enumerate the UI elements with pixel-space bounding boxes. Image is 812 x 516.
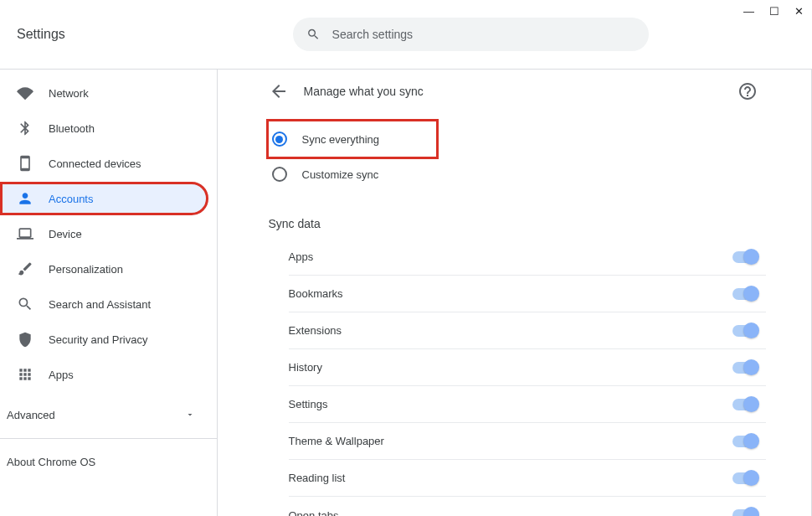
sidebar-item-device[interactable]: Device [0,217,208,250]
sidebar-item-network[interactable]: Network [0,76,208,110]
sidebar-item-bluetooth[interactable]: Bluetooth [0,111,208,145]
sync-row-label: Bookmarks [289,287,343,300]
page-title: Settings [17,27,293,42]
search-input[interactable] [332,28,635,41]
sync-option-customize-sync[interactable]: Customize sync [269,157,758,192]
sidebar-item-label: Device [49,228,82,240]
sync-data-heading: Sync data [264,195,766,239]
sync-row-label: Settings [289,398,328,410]
sidebar-item-label: Search and Assistant [49,298,151,311]
back-arrow-icon[interactable] [269,81,289,101]
radio-label: Sync everything [302,133,380,146]
brush-icon [17,261,33,277]
toggle-switch[interactable] [732,362,758,374]
sidebar-item-security-and-privacy[interactable]: Security and Privacy [0,322,208,356]
sync-row-label: Reading list [289,472,346,484]
bluetooth-icon [17,120,33,137]
sync-row-label: Open tabs [289,509,339,517]
window-controls: — ☐ ✕ [743,5,804,18]
sidebar-item-connected-devices[interactable]: Connected devices [0,147,208,180]
sidebar-item-label: Apps [49,369,74,381]
toggle-switch[interactable] [732,399,758,410]
close-icon[interactable]: ✕ [794,5,804,18]
sync-row-apps: Apps [289,239,766,276]
wifi-icon [17,85,33,101]
radio-icon [272,132,287,147]
apps-icon [17,366,33,383]
sidebar-item-personalization[interactable]: Personalization [0,252,208,286]
toggle-switch[interactable] [732,472,758,484]
sync-panel: Manage what you sync Sync everythingCust… [264,70,766,516]
sidebar: NetworkBluetoothConnected devicesAccount… [0,70,218,516]
toggle-switch[interactable] [732,509,758,516]
sidebar-item-label: Personalization [49,263,123,276]
shield-icon [17,331,33,348]
help-icon[interactable] [737,81,758,101]
laptop-icon [17,225,33,242]
search-box[interactable] [293,18,649,51]
sidebar-item-label: Bluetooth [49,122,95,135]
toggle-switch[interactable] [732,325,758,337]
sidebar-item-label: Connected devices [49,157,141,170]
panel-title: Manage what you sync [304,85,722,98]
sync-row-reading-list: Reading list [289,460,766,497]
advanced-label: Advanced [7,409,55,421]
minimize-icon[interactable]: — [743,5,754,18]
sync-option-sync-everything[interactable]: Sync everything [269,121,436,157]
person-icon [17,190,33,207]
topbar: Settings [0,0,812,70]
about-row[interactable]: About Chrome OS [0,444,217,468]
sync-row-label: Extensions [289,324,342,337]
sync-row-label: Apps [289,250,314,263]
sidebar-item-label: Security and Privacy [49,333,148,346]
sidebar-item-search-and-assistant[interactable]: Search and Assistant [0,287,208,321]
sync-row-history: History [289,349,766,386]
sync-row-label: Theme & Wallpaper [289,435,384,447]
phone-icon [17,155,33,172]
search-icon [306,27,321,42]
maximize-icon[interactable]: ☐ [769,5,779,18]
sync-row-label: History [289,361,322,374]
sync-row-extensions: Extensions [289,312,766,349]
divider [0,438,217,439]
toggle-switch[interactable] [732,288,758,300]
radio-icon [272,167,287,182]
advanced-toggle[interactable]: Advanced [0,396,217,433]
sync-row-open-tabs: Open tabs [289,497,766,516]
sidebar-item-label: Network [49,87,89,100]
sidebar-item-accounts[interactable]: Accounts [0,182,208,215]
toggle-switch[interactable] [732,436,758,447]
sync-row-settings: Settings [289,386,766,423]
chevron-down-icon [185,410,195,420]
sidebar-item-apps[interactable]: Apps [0,358,208,391]
sidebar-item-label: Accounts [49,193,93,205]
radio-label: Customize sync [302,168,379,181]
search-icon [17,296,33,312]
toggle-switch[interactable] [732,251,758,263]
sync-row-theme-wallpaper: Theme & Wallpaper [289,423,766,460]
sync-row-bookmarks: Bookmarks [289,276,766,312]
